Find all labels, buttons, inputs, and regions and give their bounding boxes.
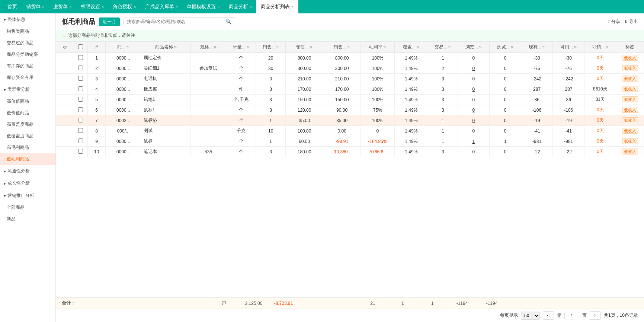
nav-role-auth[interactable]: 角色授权 × [108, 0, 140, 13]
date-filter-button[interactable]: 近一月 [99, 17, 120, 26]
nav-product-instock[interactable]: 产成品入库单 × [141, 0, 182, 13]
row-settings[interactable] [56, 147, 74, 157]
sidebar-item-traded-goods[interactable]: 交易过的商品 [0, 37, 55, 49]
row-settings[interactable] [56, 126, 74, 136]
close-icon[interactable]: × [250, 4, 252, 9]
col-available-header[interactable]: 可用...⇅ [553, 42, 584, 53]
row-browse1[interactable]: 0 [458, 126, 489, 136]
sidebar-item-in-stock[interactable]: 有库存的商品 [0, 60, 55, 72]
col-settings[interactable]: ⚙ [56, 42, 74, 53]
nav-template-settings[interactable]: 单据模板设置 × [182, 0, 224, 13]
col-sales-profit-header[interactable]: 销售...⇅ [323, 42, 361, 53]
sidebar-group-liquidity[interactable]: ▸ 流通性分析 [0, 165, 55, 177]
next-page-button[interactable]: ＞ [590, 311, 601, 320]
page-size-select[interactable]: 50 100 200 [521, 312, 540, 320]
row-trade: 1 [428, 136, 458, 147]
nav-purchase-order[interactable]: 进货单 × [49, 0, 76, 13]
sidebar-item-low-value[interactable]: 低价值商品 [0, 107, 55, 119]
row-settings[interactable] [56, 74, 74, 84]
row-checkbox[interactable] [74, 126, 87, 136]
sidebar-group-overall[interactable]: ▾ 整体信息 [0, 13, 55, 26]
nav-sales-order[interactable]: 销货单 × [22, 0, 49, 13]
col-gross-rate-header[interactable]: 毛利率⇅ [361, 42, 394, 53]
row-browse1[interactable]: 0 [458, 84, 489, 95]
row-settings[interactable] [56, 53, 74, 63]
row-settings[interactable] [56, 63, 74, 74]
row-cover: 1.49% [394, 136, 428, 147]
close-icon[interactable]: × [42, 4, 44, 9]
sidebar-group-cluster[interactable]: ▾ 类群童分析 [0, 83, 55, 96]
close-icon[interactable]: × [217, 4, 220, 9]
row-checkbox[interactable] [74, 63, 87, 74]
col-code-header[interactable]: 商...⇅ [105, 42, 141, 53]
row-browse1[interactable]: 0 [458, 115, 489, 126]
row-checkbox[interactable] [74, 74, 87, 84]
sidebar-item-capital[interactable]: 库存资金占用 [0, 72, 55, 83]
row-sales-profit: 0.00 [323, 126, 361, 136]
col-browse1-header[interactable]: 浏览...⇅ [458, 42, 489, 53]
row-settings[interactable] [56, 105, 74, 115]
prev-page-button[interactable]: ＜ [543, 311, 554, 320]
share-button[interactable]: ⤴ 分享 [608, 19, 620, 25]
col-sales-qty-header[interactable]: 销售...⇅ [256, 42, 286, 53]
sidebar-item-high-value[interactable]: 高价值商品 [0, 96, 55, 107]
row-settings[interactable] [56, 95, 74, 105]
row-code: 000/... [105, 126, 141, 136]
row-browse1[interactable]: 0 [458, 74, 489, 84]
col-sales-amt-header[interactable]: 销售...⇅ [286, 42, 323, 53]
row-settings[interactable] [56, 84, 74, 95]
row-browse2: 1 [489, 136, 521, 147]
row-available: -242 [553, 74, 584, 84]
col-name-header[interactable]: 商品名称⇅ [141, 42, 190, 53]
nav-permission-settings[interactable]: 权限设置 × [76, 0, 108, 13]
row-browse1[interactable]: 0 [458, 105, 489, 115]
close-icon[interactable]: × [134, 4, 136, 9]
close-icon[interactable]: × [176, 4, 178, 9]
close-icon[interactable]: × [69, 4, 71, 9]
table-row: 6 0000... 鼠标1 个 3 120.00 90.00 75% 1.49%… [56, 105, 644, 115]
row-settings[interactable] [56, 136, 74, 147]
sidebar-item-high-margin[interactable]: 高毛利商品 [0, 142, 55, 153]
row-browse1[interactable]: 0 [458, 63, 489, 74]
row-checkbox[interactable] [74, 115, 87, 126]
row-checkbox[interactable] [74, 147, 87, 157]
sidebar-item-sales-goods[interactable]: 销售类商品 [0, 26, 55, 37]
select-all-checkbox[interactable] [78, 44, 83, 49]
close-icon[interactable]: × [291, 4, 294, 9]
nav-home[interactable]: 首页 [3, 0, 22, 13]
row-browse1[interactable]: 0 [458, 147, 489, 157]
export-button[interactable]: ⬇ 导出 [624, 19, 638, 25]
sidebar-item-low-margin[interactable]: 低毛利商品 [0, 153, 55, 165]
col-browse2-header[interactable]: 浏览...⇅ [489, 42, 521, 53]
row-checkbox[interactable] [74, 84, 87, 95]
row-checkbox[interactable] [74, 105, 87, 115]
col-trade-header[interactable]: 交易...⇅ [428, 42, 458, 53]
row-checkbox[interactable] [74, 95, 87, 105]
row-browse1[interactable]: 1 [458, 136, 489, 147]
close-icon[interactable]: × [102, 4, 104, 9]
col-unit-header[interactable]: 计量...⇅ [226, 42, 256, 53]
row-checkbox[interactable] [74, 53, 87, 63]
search-input[interactable] [127, 19, 225, 24]
col-current-header[interactable]: 现有...⇅ [521, 42, 553, 53]
nav-product-analysis-list[interactable]: 商品分析列表 × [256, 0, 298, 13]
page-number-input[interactable] [564, 312, 579, 319]
sidebar-group-growth[interactable]: ▸ 成长性分析 [0, 177, 55, 189]
sidebar-item-new-goods[interactable]: 新品 [0, 213, 55, 225]
row-checkbox[interactable] [74, 136, 87, 147]
sidebar-item-low-coverage[interactable]: 低覆盖度商品 [0, 130, 55, 142]
col-saleable-header[interactable]: 可销...⇅ [584, 42, 616, 53]
col-cover-header[interactable]: 覆盖...⇅ [394, 42, 428, 53]
sidebar-group-marketing[interactable]: ▾ 营销推广分析 [0, 189, 55, 202]
row-browse2: 0 [489, 84, 521, 95]
col-spec-header[interactable]: 规格...⇅ [190, 42, 226, 53]
total-browse2: 1 [417, 301, 447, 306]
sidebar-item-high-coverage[interactable]: 高覆盖度商品 [0, 119, 55, 130]
row-settings[interactable] [56, 115, 74, 126]
sidebar-item-all-goods[interactable]: 全部商品 [0, 202, 55, 213]
row-available: 36 [553, 95, 584, 105]
sidebar-item-category-rate[interactable]: 商品分类助销率 [0, 49, 55, 60]
nav-product-analysis[interactable]: 商品分析 × [224, 0, 256, 13]
row-browse1[interactable]: 0 [458, 95, 489, 105]
row-browse1[interactable]: 0 [458, 53, 489, 63]
